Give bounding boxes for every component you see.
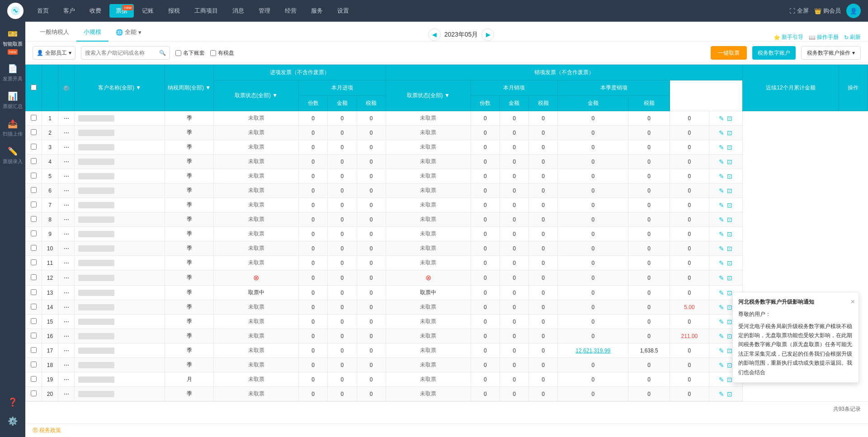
sidebar-item-smart-ticket[interactable]: 🎫 智能取票 new [1, 25, 24, 58]
row-checkbox-10[interactable] [26, 241, 42, 256]
edit-icon-19[interactable]: ✎ [719, 376, 724, 383]
copy-icon-18[interactable]: ⊡ [727, 362, 732, 369]
th-checkbox[interactable] [26, 65, 42, 111]
sidebar-item-scan-upload[interactable]: 📤 扫描上传 [1, 115, 24, 141]
nav-home[interactable]: 首页 [31, 4, 55, 18]
edit-icon-5[interactable]: ✎ [719, 173, 724, 180]
copy-icon-5[interactable]: ⊡ [727, 173, 732, 180]
tab-small-scale[interactable]: 小规模 [76, 23, 108, 42]
row-settings-16[interactable]: ⋯ [58, 329, 75, 343]
row-checkbox-1[interactable] [26, 111, 42, 126]
nav-client[interactable]: 客户 [57, 4, 81, 18]
row-settings-10[interactable]: ⋯ [58, 241, 75, 256]
edit-icon-6[interactable]: ✎ [719, 187, 724, 194]
copy-icon-3[interactable]: ⊡ [727, 144, 732, 151]
row-checkbox-6[interactable] [26, 183, 42, 198]
edit-icon-1[interactable]: ✎ [719, 115, 724, 122]
copy-icon-15[interactable]: ⊡ [727, 318, 732, 325]
tab-full[interactable]: 🌐 全能 ▾ [108, 23, 149, 42]
th-tax-period[interactable]: 纳税周期(全部) ▼ [165, 65, 214, 111]
edit-icon-18[interactable]: ✎ [719, 362, 724, 369]
copy-icon-16[interactable]: ⊡ [727, 333, 732, 340]
copy-icon-10[interactable]: ⊡ [727, 245, 732, 252]
tax-disk-checkbox[interactable] [210, 50, 216, 56]
row-settings-19[interactable]: ⋯ [58, 372, 75, 387]
th-status-jin[interactable]: 取票状态(全部) ▼ [214, 80, 299, 111]
tooltip-close-button[interactable]: × [851, 296, 855, 308]
nav-message[interactable]: 消息 [226, 4, 250, 18]
th-settings[interactable]: ⚙️ [58, 65, 75, 111]
nav-settings[interactable]: 设置 [331, 4, 355, 18]
row-settings-17[interactable]: ⋯ [58, 343, 75, 358]
row-checkbox-19[interactable] [26, 372, 42, 387]
row-settings-8[interactable]: ⋯ [58, 212, 75, 227]
employee-select[interactable]: 👤 全部员工 ▾ [33, 46, 75, 60]
row-checkbox-13[interactable] [26, 286, 42, 300]
client-search-input[interactable] [85, 50, 157, 56]
digital-account-button[interactable]: 税务数字账户 [752, 46, 796, 60]
tab-general-taxpayer[interactable]: 一般纳税人 [33, 23, 76, 42]
nav-bookkeeping[interactable]: 记账 [136, 4, 160, 18]
nav-operation[interactable]: 经营 [278, 4, 303, 18]
edit-icon-15[interactable]: ✎ [719, 318, 724, 325]
copy-icon-11[interactable]: ⊡ [727, 259, 732, 267]
row-checkbox-5[interactable] [26, 169, 42, 183]
row-checkbox-7[interactable] [26, 198, 42, 212]
row-checkbox-4[interactable] [26, 155, 42, 169]
edit-icon-7[interactable]: ✎ [719, 202, 724, 209]
ledger-checkbox[interactable] [175, 50, 181, 56]
period-next-button[interactable]: ▶ [481, 28, 494, 41]
manual-link[interactable]: 📖 操作手册 [809, 33, 839, 41]
row-checkbox-17[interactable] [26, 343, 42, 358]
row-settings-9[interactable]: ⋯ [58, 227, 75, 241]
row-checkbox-12[interactable] [26, 270, 42, 286]
sidebar-item-ticket-summary[interactable]: 📊 票据汇总 [1, 88, 24, 113]
nav-tax[interactable]: 报税 [162, 4, 186, 18]
select-all-checkbox[interactable] [31, 85, 37, 90]
edit-icon-12[interactable]: ✎ [719, 274, 724, 282]
sidebar-item-ticket-entry[interactable]: ✏️ 票据录入 [1, 143, 24, 169]
row-settings-14[interactable]: ⋯ [58, 300, 75, 315]
copy-icon-7[interactable]: ⊡ [727, 202, 732, 209]
row-settings-15[interactable]: ⋯ [58, 315, 75, 329]
row-checkbox-14[interactable] [26, 300, 42, 315]
period-prev-button[interactable]: ◀ [428, 28, 441, 41]
copy-icon-17[interactable]: ⊡ [727, 347, 732, 354]
edit-icon-9[interactable]: ✎ [719, 230, 724, 238]
row-settings-12[interactable]: ⋯ [58, 270, 75, 286]
row-settings-2[interactable]: ⋯ [58, 126, 75, 140]
copy-icon-20[interactable]: ⊡ [727, 390, 732, 398]
copy-icon-1[interactable]: ⊡ [727, 115, 732, 122]
user-avatar[interactable]: 👤 [846, 4, 861, 18]
member-button[interactable]: 👑 购会员 [814, 7, 841, 15]
row-checkbox-11[interactable] [26, 256, 42, 270]
copy-icon-6[interactable]: ⊡ [727, 187, 732, 194]
copy-icon-8[interactable]: ⊡ [727, 216, 732, 223]
row-settings-11[interactable]: ⋯ [58, 256, 75, 270]
row-settings-6[interactable]: ⋯ [58, 183, 75, 198]
row-settings-5[interactable]: ⋯ [58, 169, 75, 183]
edit-icon-11[interactable]: ✎ [719, 259, 724, 267]
row-checkbox-2[interactable] [26, 126, 42, 140]
nav-fee[interactable]: 收费 [83, 4, 108, 18]
row-settings-3[interactable]: ⋯ [58, 140, 75, 155]
row-checkbox-9[interactable] [26, 227, 42, 241]
copy-icon-4[interactable]: ⊡ [727, 158, 732, 165]
row-checkbox-20[interactable] [26, 387, 42, 401]
nav-business[interactable]: 工商项目 [188, 4, 224, 18]
ledger-checkbox-label[interactable]: 名下账套 [175, 49, 205, 57]
row-checkbox-15[interactable] [26, 315, 42, 329]
row-settings-13[interactable]: ⋯ [58, 286, 75, 300]
th-status-xiao[interactable]: 取票状态(全部) ▼ [386, 80, 471, 111]
row-settings-1[interactable]: ⋯ [58, 111, 75, 126]
digital-account-op-button[interactable]: 税务数字账户操作 ▾ [801, 46, 861, 60]
copy-icon-12[interactable]: ⊡ [727, 274, 732, 282]
nav-ticket[interactable]: 票据new [109, 4, 134, 18]
nav-manage[interactable]: 管理 [252, 4, 277, 18]
fullscreen-button[interactable]: ⛶ 全屏 [789, 7, 809, 15]
tax-disk-checkbox-label[interactable]: 有税盘 [210, 49, 234, 57]
nav-service[interactable]: 服务 [305, 4, 329, 18]
row-settings-18[interactable]: ⋯ [58, 358, 75, 372]
edit-icon-10[interactable]: ✎ [719, 245, 724, 252]
copy-icon-13[interactable]: ⊡ [727, 289, 732, 296]
